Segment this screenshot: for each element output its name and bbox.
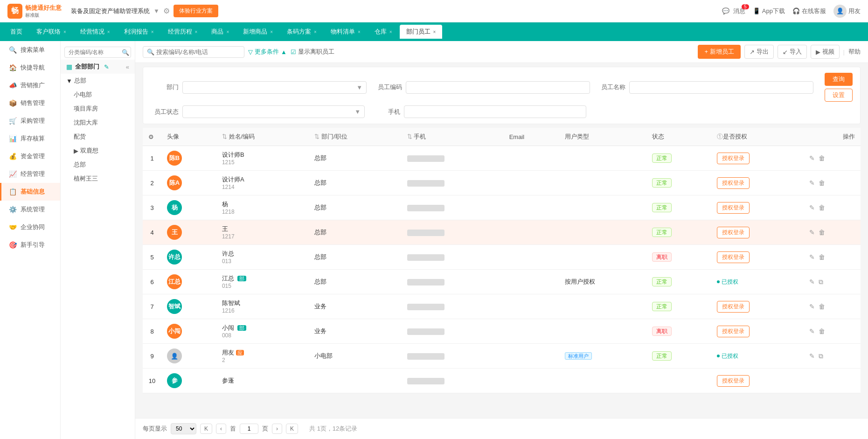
close-icon[interactable]: ×	[107, 29, 110, 35]
view-btn[interactable]: ▶ 视频	[811, 45, 840, 59]
dept-item-zongbu[interactable]: ▼ 总部	[61, 74, 135, 88]
sidebar-item-search[interactable]: 🔍 搜索菜单	[0, 41, 60, 59]
sidebar-item-biz[interactable]: 📈 经营管理	[0, 165, 60, 183]
dept-item-zhishu[interactable]: 植树王三	[61, 172, 135, 186]
tab-barcode[interactable]: 条码方案 ×	[280, 25, 323, 39]
edit-icon[interactable]: ✎	[809, 204, 815, 211]
sidebar-item-basic[interactable]: 📋 基础信息	[0, 183, 60, 201]
col-settings[interactable]: ⚙	[143, 128, 161, 146]
edit-icon[interactable]: ✎	[809, 253, 815, 261]
dept-item-peihuo[interactable]: 配货	[61, 130, 135, 144]
delete-icon[interactable]: 🗑	[819, 179, 825, 187]
dropdown-icon[interactable]: ▼	[153, 7, 160, 14]
delete-icon[interactable]: 🗑	[819, 253, 825, 261]
close-icon[interactable]: ×	[151, 29, 154, 35]
tab-profit[interactable]: 利润报告 ×	[118, 25, 160, 39]
edit-icon[interactable]: ✎	[809, 278, 815, 286]
first-page-btn[interactable]: K	[200, 424, 212, 434]
close-icon[interactable]: ×	[226, 29, 229, 35]
help-label[interactable]: 帮助	[848, 48, 861, 56]
emp-code-input[interactable]	[406, 81, 590, 94]
auth-btn[interactable]: 授权登录	[717, 177, 750, 189]
search-box[interactable]: 🔍	[143, 46, 244, 58]
delete-icon[interactable]: 🗑	[819, 328, 825, 335]
app-download-btn[interactable]: 📱 App下载	[753, 7, 785, 15]
dept-item-zongbu2[interactable]: 总部	[61, 158, 135, 172]
copy-icon[interactable]: ⧉	[819, 278, 823, 286]
edit-icon[interactable]: ✎	[104, 63, 109, 70]
auth-btn[interactable]: 授权登录	[717, 153, 750, 164]
add-employee-btn[interactable]: + 新增员工	[698, 45, 740, 59]
sidebar-item-purchase[interactable]: 🛒 采购管理	[0, 112, 60, 130]
sidebar-item-finance[interactable]: 💰 资金管理	[0, 147, 60, 165]
delete-icon[interactable]: 🗑	[819, 154, 825, 162]
next-page-btn[interactable]: ›	[272, 424, 282, 434]
delete-icon[interactable]: 🗑	[819, 229, 825, 236]
auth-btn[interactable]: 授权登录	[717, 251, 750, 263]
export-btn[interactable]: ↗ 导出	[744, 45, 774, 59]
dept-item-xiaodian[interactable]: 小电部	[61, 88, 135, 102]
col-name-code[interactable]: ⇅ 姓名/编码	[216, 128, 309, 146]
online-service-btn[interactable]: 🎧 在线客服	[792, 7, 826, 15]
page-size-select[interactable]: 50 20 100	[171, 423, 196, 434]
prev-page-btn[interactable]: ‹	[216, 424, 226, 434]
auth-btn[interactable]: 授权登录	[717, 202, 750, 214]
close-icon[interactable]: ×	[270, 29, 273, 35]
edit-icon[interactable]: ✎	[809, 303, 815, 310]
sidebar-item-marketing[interactable]: 📣 营销推广	[0, 77, 60, 94]
close-icon[interactable]: ×	[358, 29, 361, 35]
phone-input[interactable]	[404, 105, 586, 118]
edit-icon[interactable]: ✎	[809, 328, 815, 335]
dept-all-header[interactable]: ▦ 全部部门 ✎ «	[61, 60, 135, 74]
dept-item-xiangmu[interactable]: 项目库房	[61, 102, 135, 116]
trial-btn[interactable]: 体验行业方案	[174, 5, 218, 17]
edit-icon[interactable]: ✎	[809, 352, 815, 360]
close-icon[interactable]: ×	[314, 29, 317, 35]
tab-employees[interactable]: 部门员工 ×	[400, 25, 443, 39]
col-dept-pos[interactable]: ⇅ 部门/职位	[309, 128, 401, 146]
copy-icon[interactable]: ⧉	[819, 352, 823, 360]
tab-customer[interactable]: 客户联络 ×	[30, 25, 73, 39]
sidebar-item-inventory[interactable]: 📊 库存核算	[0, 130, 60, 147]
close-icon[interactable]: ×	[433, 29, 436, 35]
dept-search-input[interactable]	[64, 47, 131, 58]
emp-name-input[interactable]	[629, 81, 813, 94]
edit-icon[interactable]: ✎	[809, 154, 815, 162]
show-resigned-toggle[interactable]: ☑ 显示离职员工	[291, 48, 334, 56]
sidebar-item-system[interactable]: ⚙️ 系统管理	[0, 201, 60, 218]
tab-operation[interactable]: 经营情况 ×	[74, 25, 117, 39]
tab-home[interactable]: 首页	[4, 25, 29, 39]
tab-warehouse[interactable]: 仓库 ×	[368, 25, 399, 39]
dept-item-shuanglu[interactable]: ▶ 双鹿想	[61, 144, 135, 158]
dept-item-shenyang[interactable]: 沈阳大库	[61, 116, 135, 130]
close-icon[interactable]: ×	[389, 29, 392, 35]
edit-icon[interactable]: ✎	[809, 229, 815, 236]
last-page-btn[interactable]: K	[286, 424, 298, 434]
delete-icon[interactable]: 🗑	[819, 204, 825, 211]
dept-select[interactable]: ▼	[182, 81, 367, 94]
settings-icon[interactable]: ⚙	[163, 7, 170, 15]
close-icon[interactable]: ×	[195, 29, 198, 35]
user-area[interactable]: 👤 用友	[833, 5, 861, 18]
collapse-icon[interactable]: «	[126, 63, 129, 70]
set-btn[interactable]: 设置	[825, 89, 853, 102]
auth-btn[interactable]: 授权登录	[717, 227, 750, 238]
col-phone[interactable]: ⇅ 手机	[402, 128, 504, 146]
tab-add-goods[interactable]: 新增商品 ×	[236, 25, 279, 39]
auth-btn[interactable]: 授权登录	[717, 301, 750, 313]
close-icon[interactable]: ×	[63, 29, 66, 35]
delete-icon[interactable]: 🗑	[819, 303, 825, 310]
sidebar-item-collab[interactable]: 🤝 企业协同	[0, 218, 60, 236]
more-filter-btn[interactable]: ▽ 更多条件 ▲	[248, 48, 287, 56]
page-number-input[interactable]	[240, 424, 258, 434]
import-btn[interactable]: ↙ 导入	[778, 45, 807, 59]
msg-button[interactable]: 💬 5 消息	[722, 7, 745, 15]
dept-search-icon[interactable]: 🔍	[122, 49, 129, 56]
sidebar-item-nav[interactable]: 🏠 快捷导航	[0, 59, 60, 77]
sidebar-item-sales[interactable]: 📦 销售管理	[0, 94, 60, 112]
tab-history[interactable]: 经营历程 ×	[161, 25, 204, 39]
search-input[interactable]	[156, 49, 240, 56]
auth-btn[interactable]: 授权登录	[717, 326, 750, 337]
query-btn[interactable]: 查询	[825, 73, 853, 86]
emp-status-select[interactable]: ▼	[182, 105, 365, 118]
